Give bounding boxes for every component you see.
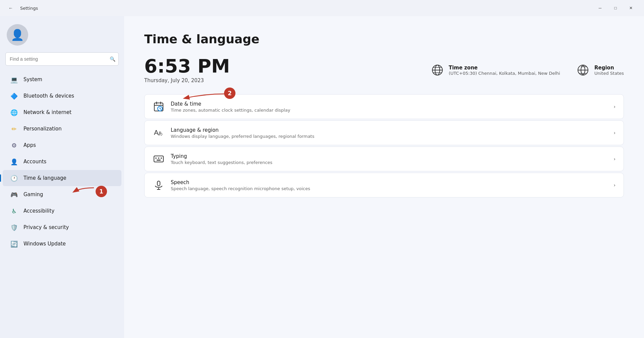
privacy-icon: 🛡️: [9, 223, 19, 232]
setting-row-language[interactable]: A あ Language & region Windows display la…: [144, 120, 624, 145]
sidebar-item-label-network: Network & internet: [23, 109, 71, 115]
sidebar-item-label-gaming: Gaming: [23, 191, 43, 198]
sidebar-item-label-accounts: Accounts: [23, 159, 46, 165]
region-icon: [576, 63, 590, 77]
speech-icon: [153, 179, 165, 191]
back-icon: ←: [8, 5, 13, 11]
app-title: Settings: [20, 6, 38, 11]
avatar-icon: 👤: [11, 29, 24, 41]
back-button[interactable]: ←: [5, 3, 16, 13]
avatar: 👤: [7, 24, 28, 46]
search-input[interactable]: [5, 52, 119, 66]
typing-title: Typing: [171, 153, 607, 159]
sidebar-item-label-accessibility: Accessibility: [23, 208, 54, 214]
svg-rect-20: [157, 160, 161, 161]
sidebar: 👤 🔍 💻 System 🔷 Bluetooth & devices 🌐 Ne: [0, 16, 124, 338]
window-controls: ─ □ ✕: [592, 3, 639, 13]
sidebar-item-accessibility[interactable]: ♿ Accessibility: [3, 203, 121, 219]
sidebar-item-label-personalization: Personalization: [23, 126, 62, 132]
date-time-title: Date & time: [171, 101, 607, 107]
sidebar-item-personalization[interactable]: ✏️ Personalization: [3, 121, 121, 137]
titlebar: ← Settings ─ □ ✕: [0, 0, 644, 16]
setting-row-speech[interactable]: Speech Speech language, speech recogniti…: [144, 173, 624, 198]
setting-row-date-time[interactable]: Date & time Time zones, automatic clock …: [144, 94, 624, 119]
accounts-icon: 👤: [9, 157, 19, 166]
date-time-chevron: ›: [613, 104, 615, 109]
sidebar-item-label-apps: Apps: [23, 142, 36, 148]
language-icon: A あ: [153, 127, 165, 139]
sidebar-item-network[interactable]: 🌐 Network & internet: [3, 104, 121, 120]
sidebar-item-label-update: Windows Update: [23, 241, 66, 247]
personalization-icon: ✏️: [9, 124, 19, 133]
sidebar-item-label-bluetooth: Bluetooth & devices: [23, 93, 74, 99]
time-icon: 🕐: [9, 173, 19, 183]
current-time: 6:53 PM: [144, 57, 230, 75]
region-text: Region United States: [594, 65, 624, 76]
sidebar-nav: 💻 System 🔷 Bluetooth & devices 🌐 Network…: [0, 71, 124, 252]
typing-icon: [153, 153, 165, 165]
speech-desc: Speech language, speech recognition micr…: [171, 186, 607, 191]
time-block: 6:53 PM Thursday, July 20, 2023: [144, 57, 230, 83]
svg-rect-16: [154, 156, 163, 162]
system-icon: 💻: [9, 75, 19, 84]
language-text: Language & region Windows display langua…: [171, 127, 607, 139]
sidebar-item-privacy[interactable]: 🛡️ Privacy & security: [3, 219, 121, 235]
gaming-icon: 🎮: [9, 190, 19, 199]
region-info-card: Region United States: [576, 63, 624, 77]
region-value: United States: [594, 71, 624, 76]
network-icon: 🌐: [9, 108, 19, 117]
update-icon: 🔄: [9, 239, 19, 248]
sidebar-avatar-area: 👤: [0, 16, 124, 52]
sidebar-item-update[interactable]: 🔄 Windows Update: [3, 236, 121, 252]
accessibility-icon: ♿: [9, 206, 19, 216]
restore-button[interactable]: □: [608, 3, 623, 13]
close-button[interactable]: ✕: [623, 3, 639, 13]
sidebar-item-apps[interactable]: ⚙️ Apps: [3, 137, 121, 153]
page-title: Time & language: [144, 32, 624, 46]
typing-text: Typing Touch keyboard, text suggestions,…: [171, 153, 607, 165]
svg-rect-18: [158, 158, 159, 159]
speech-text: Speech Speech language, speech recogniti…: [171, 179, 607, 191]
language-chevron: ›: [613, 130, 615, 135]
time-header: 6:53 PM Thursday, July 20, 2023: [144, 57, 624, 83]
language-title: Language & region: [171, 127, 607, 133]
date-time-text: Date & time Time zones, automatic clock …: [171, 101, 607, 113]
sidebar-item-system[interactable]: 💻 System: [3, 71, 121, 88]
content-area: Time & language 6:53 PM Thursday, July 2…: [124, 16, 644, 338]
apps-icon: ⚙️: [9, 140, 19, 150]
svg-rect-21: [157, 181, 160, 186]
timezone-globe-icon: [431, 63, 444, 77]
language-desc: Windows display language, preferred lang…: [171, 134, 607, 139]
sidebar-item-bluetooth[interactable]: 🔷 Bluetooth & devices: [3, 88, 121, 104]
timezone-label: Time zone: [449, 65, 560, 71]
search-icon: 🔍: [110, 56, 115, 62]
svg-text:あ: あ: [158, 130, 163, 136]
setting-row-typing[interactable]: Typing Touch keyboard, text suggestions,…: [144, 147, 624, 171]
timezone-info-card: Time zone (UTC+05:30) Chennai, Kolkata, …: [431, 63, 560, 77]
sidebar-item-label-time: Time & language: [23, 175, 66, 181]
sidebar-item-gaming[interactable]: 🎮 Gaming: [3, 186, 121, 203]
svg-line-13: [160, 109, 161, 109]
speech-title: Speech: [171, 179, 607, 185]
timezone-text: Time zone (UTC+05:30) Chennai, Kolkata, …: [449, 65, 560, 76]
minimize-button[interactable]: ─: [592, 3, 608, 13]
sidebar-item-label-system: System: [23, 76, 42, 82]
date-time-desc: Time zones, automatic clock settings, ca…: [171, 108, 607, 113]
settings-list: Date & time Time zones, automatic clock …: [144, 94, 624, 198]
sidebar-item-label-privacy: Privacy & security: [23, 224, 69, 230]
time-info-right: Time zone (UTC+05:30) Chennai, Kolkata, …: [431, 63, 624, 77]
date-time-icon: [153, 101, 165, 113]
current-date: Thursday, July 20, 2023: [144, 77, 230, 83]
svg-rect-19: [161, 158, 162, 159]
speech-chevron: ›: [613, 182, 615, 188]
typing-chevron: ›: [613, 156, 615, 162]
search-box: 🔍: [5, 52, 119, 66]
bluetooth-icon: 🔷: [9, 91, 19, 101]
timezone-value: (UTC+05:30) Chennai, Kolkata, Mumbai, Ne…: [449, 71, 560, 76]
sidebar-item-time[interactable]: 🕐 Time & language: [3, 170, 121, 186]
region-label: Region: [594, 65, 624, 71]
sidebar-item-accounts[interactable]: 👤 Accounts: [3, 154, 121, 170]
app-body: 👤 🔍 💻 System 🔷 Bluetooth & devices 🌐 Ne: [0, 16, 644, 338]
svg-rect-17: [155, 158, 157, 159]
typing-desc: Touch keyboard, text suggestions, prefer…: [171, 160, 607, 165]
